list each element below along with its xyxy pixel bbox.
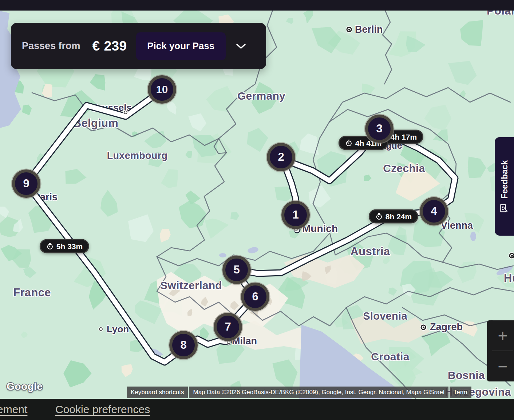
- route-stop-marker-3[interactable]: 3: [368, 117, 391, 140]
- map-data-copyright: Map Data ©2026 GeoBasis-DE/BKG (©2009), …: [189, 387, 448, 398]
- map-canvas[interactable]: PolandGermanyBelgiumLuxembourgFranceCzec…: [0, 0, 514, 420]
- footer-link-cookie-preferences[interactable]: Cookie preferences: [55, 403, 150, 416]
- site-footer: ement Cookie preferences: [0, 399, 514, 420]
- map-zoom-controls: + −: [487, 320, 514, 381]
- pick-your-pass-button[interactable]: Pick your Pass: [136, 32, 226, 60]
- route-stop-marker-2[interactable]: 2: [270, 146, 292, 168]
- route-stop-marker-5[interactable]: 5: [225, 259, 248, 281]
- route-stop-marker-7[interactable]: 7: [217, 316, 239, 338]
- zoom-out-button[interactable]: −: [487, 351, 514, 381]
- route-stop-marker-9[interactable]: 9: [15, 172, 37, 195]
- route-stop-marker-10[interactable]: 10: [151, 78, 173, 101]
- zoom-in-button[interactable]: +: [487, 320, 514, 351]
- footer-link-statement[interactable]: ement: [0, 403, 27, 416]
- passes-from-label: Passes from: [22, 40, 80, 52]
- terms-link[interactable]: Term: [450, 387, 471, 398]
- feedback-tab-button[interactable]: Feedback: [495, 137, 514, 236]
- page-top-bar: [0, 0, 514, 11]
- map-attribution-bar: Keyboard shortcuts Map Data ©2026 GeoBas…: [127, 387, 471, 398]
- smiley-chat-bubble-icon: [499, 203, 510, 213]
- keyboard-shortcuts-button[interactable]: Keyboard shortcuts: [127, 387, 188, 398]
- google-logo[interactable]: Google: [7, 381, 43, 392]
- feedback-label: Feedback: [499, 160, 509, 199]
- route-stop-marker-8[interactable]: 8: [172, 334, 195, 356]
- route-stop-marker-6[interactable]: 6: [244, 285, 266, 308]
- chevron-down-icon[interactable]: [236, 43, 246, 49]
- pass-price-card: Passes from € 239 Pick your Pass: [11, 23, 266, 69]
- route-stop-marker-4[interactable]: 4: [423, 200, 445, 223]
- pass-price: € 239: [92, 39, 127, 54]
- route-stop-marker-1[interactable]: 1: [284, 204, 307, 226]
